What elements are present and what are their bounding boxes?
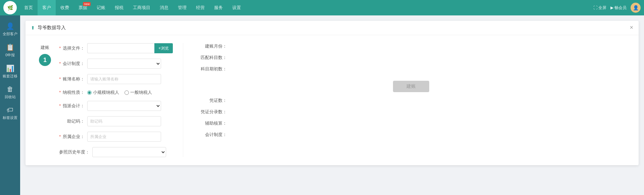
small-tax-radio[interactable] — [87, 90, 92, 95]
nav-settings[interactable]: 设置 — [228, 0, 246, 15]
nav-operation[interactable]: 经营 — [191, 0, 209, 15]
nav-customer[interactable]: 客户 — [38, 0, 56, 15]
tax-nature-row: * 纳税性质： 小规模纳税人 一般纳税人 — [59, 89, 173, 95]
accountant-label: * 指派会计： — [59, 103, 85, 109]
sidebar-item-account-migration[interactable]: 📊 账套迁移 — [0, 61, 20, 82]
fullscreen-button[interactable]: ⛶ 全屏 — [593, 5, 606, 11]
right-accounting-system-row: 会计制度： — [197, 132, 625, 138]
form-section-left: 建账 1 * 选择文件： +浏览 — [39, 43, 173, 157]
logo-icon: 🌿 — [7, 5, 13, 10]
aux-accounting-label: 辅助核算： — [197, 120, 227, 126]
voucher-count-row: 凭证数： — [197, 97, 625, 104]
panel-header: ⬆ 导爷数据导入 — [26, 21, 639, 35]
sidebar: 👤 全部客户 📋 0申报 📊 账套迁移 🗑 回收站 🏷 标签设置 — [0, 15, 20, 195]
file-label: * 选择文件： — [59, 45, 85, 51]
period-initial-label: 科目期初数： — [197, 66, 227, 72]
nav-message[interactable]: 消息 — [155, 0, 173, 15]
tag-settings-icon: 🏷 — [7, 106, 13, 114]
declaration-icon: 📋 — [6, 43, 14, 51]
nav-right: ⛶ 全屏 ▶ 畅会员 👤 — [593, 3, 641, 13]
tax-nature-label: * 纳税性质： — [59, 89, 85, 95]
new-badge: new — [83, 2, 91, 6]
accounting-system-row: * 会计制度： — [59, 59, 173, 69]
nav-commerce[interactable]: 工商项目 — [128, 0, 155, 15]
nav-tax[interactable]: 报税 — [110, 0, 128, 15]
sidebar-item-all-customers[interactable]: 👤 全部客户 — [0, 19, 20, 40]
general-tax-radio[interactable] — [125, 90, 129, 95]
period-initial-row: 科目期初数： — [197, 66, 625, 72]
close-button[interactable]: × — [630, 24, 633, 31]
nav-home[interactable]: 首页 — [19, 0, 38, 15]
ledger-name-row: * 账簿名称： — [59, 74, 173, 84]
history-year-label: 参照历史年度： — [59, 149, 90, 155]
build-button-area: 建账 — [197, 81, 625, 92]
app-logo[interactable]: 🌿 — [3, 1, 17, 14]
nav-management[interactable]: 管理 — [173, 0, 191, 15]
company-row: * 所属企业： — [59, 132, 173, 142]
account-migration-icon: 📊 — [6, 64, 14, 72]
accountant-select[interactable] — [87, 101, 161, 111]
avatar[interactable]: 👤 — [631, 3, 641, 13]
file-input-group: +浏览 — [87, 43, 173, 53]
browse-button[interactable]: +浏览 — [154, 43, 173, 53]
top-nav: 🌿 首页 客户 收费 票据 new 记账 报税 工商项目 消息 管理 经营 服务… — [0, 0, 644, 15]
aux-accounting-row: 辅助核算： — [197, 120, 625, 126]
history-year-row: 参照历史年度： — [59, 147, 173, 157]
nav-invoice[interactable]: 票据 new — [74, 0, 92, 15]
sidebar-item-declaration[interactable]: 📋 0申报 — [0, 40, 20, 61]
member-button[interactable]: ▶ 畅会员 — [610, 5, 627, 11]
play-icon: ▶ — [610, 5, 613, 10]
all-customers-icon: 👤 — [6, 22, 14, 30]
small-tax-option[interactable]: 小规模纳税人 — [87, 89, 119, 95]
company-label: * 所属企业： — [59, 134, 85, 140]
accounting-system-select[interactable] — [87, 59, 161, 69]
history-year-select[interactable] — [92, 147, 166, 157]
import-panel: ⬆ 导爷数据导入 × 建账 1 * 选择文件： — [26, 21, 639, 165]
sidebar-item-tag-settings[interactable]: 🏷 标签设置 — [0, 103, 20, 124]
import-icon: ⬆ — [31, 25, 35, 30]
voucher-count-label: 凭证数： — [197, 97, 227, 104]
right-info-fields: 建账月份： 匹配科目数： 科目期初数： 建账 — [197, 43, 625, 138]
company-input[interactable] — [87, 132, 161, 142]
tax-nature-radio-group: 小规模纳税人 一般纳税人 — [87, 89, 152, 95]
build-account-label: 建账 — [41, 45, 49, 51]
memo-code-label: 助记码： — [59, 118, 85, 124]
build-month-label: 建账月份： — [197, 43, 227, 49]
memo-code-input[interactable] — [87, 116, 161, 126]
main-content: ⬆ 导爷数据导入 × 建账 1 * 选择文件： — [20, 15, 644, 195]
panel-title: 导爷数据导入 — [38, 25, 66, 31]
nav-charge[interactable]: 收费 — [56, 0, 74, 15]
voucher-records-row: 凭证分录数： — [197, 109, 625, 115]
avatar-icon: 👤 — [633, 5, 639, 10]
nav-items: 首页 客户 收费 票据 new 记账 报税 工商项目 消息 管理 经营 服务 设… — [19, 0, 593, 15]
match-subject-row: 匹配科目数： — [197, 55, 625, 61]
match-subject-label: 匹配科目数： — [197, 55, 227, 61]
general-tax-option[interactable]: 一般纳税人 — [125, 89, 152, 95]
accountant-row: * 指派会计： — [59, 101, 173, 111]
ledger-name-label: * 账簿名称： — [59, 76, 85, 82]
memo-code-row: 助记码： — [59, 116, 173, 126]
fullscreen-icon: ⛶ — [593, 5, 597, 10]
build-month-row: 建账月份： — [197, 43, 625, 49]
file-row: * 选择文件： +浏览 — [59, 43, 173, 53]
build-account-button[interactable]: 建账 — [393, 81, 429, 92]
accounting-system-label: * 会计制度： — [59, 61, 85, 67]
file-input[interactable] — [87, 43, 154, 53]
right-accounting-system-label: 会计制度： — [197, 132, 227, 138]
form-section-right: 建账月份： 匹配科目数： 科目期初数： 建账 — [183, 43, 625, 157]
recycle-icon: 🗑 — [7, 85, 13, 93]
voucher-records-label: 凭证分录数： — [197, 109, 227, 115]
sidebar-item-recycle[interactable]: 🗑 回收站 — [0, 82, 20, 103]
form-grid: * 选择文件： +浏览 * 会计制度： — [59, 43, 173, 157]
panel-body: 建账 1 * 选择文件： +浏览 — [26, 35, 639, 165]
ledger-name-input[interactable] — [87, 74, 161, 84]
step-badge: 1 — [39, 54, 51, 66]
nav-service[interactable]: 服务 — [209, 0, 228, 15]
nav-bookkeeping[interactable]: 记账 — [92, 0, 110, 15]
